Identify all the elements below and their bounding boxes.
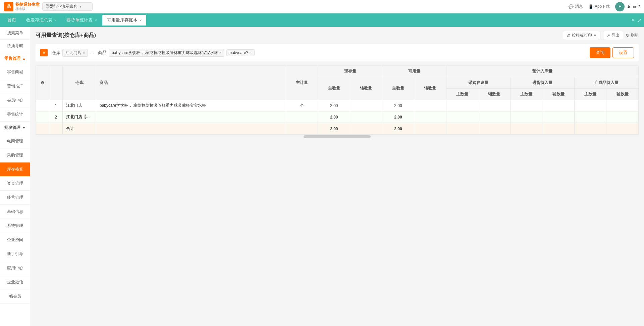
close-icon[interactable]: × xyxy=(140,18,142,22)
expand-window-button[interactable]: ⤢ xyxy=(637,17,641,24)
query-button[interactable]: 查询 xyxy=(590,47,610,58)
sidebar-item-label: 零售管理 xyxy=(4,56,20,61)
sidebar-item-basic-info[interactable]: 基础信息 xyxy=(0,205,30,219)
row1-warehouse: 江北门店 xyxy=(63,100,96,111)
tab-order-stats[interactable]: 要货单统计表 × xyxy=(62,15,101,26)
refresh-label: 刷新 xyxy=(631,33,639,38)
purchase-transit-aux: 辅数量 xyxy=(478,89,511,100)
sidebar-item-retail-stats[interactable]: 零售统计 xyxy=(0,107,30,122)
row1-production-main xyxy=(574,100,606,111)
row2-settings xyxy=(36,111,49,123)
search-menu-label: 搜索菜单 xyxy=(7,31,23,35)
sidebar-item-enterprise-wechat[interactable]: 企业微信 xyxy=(0,275,30,289)
purchase-arrival-header: 进货待入量 xyxy=(510,77,574,89)
message-action[interactable]: 💬 消息 xyxy=(569,4,583,9)
sidebar-item-system[interactable]: 系统管理 xyxy=(0,219,30,233)
row1-purchase-transit-main xyxy=(446,100,478,111)
footer-current-main: 2.00 xyxy=(318,123,350,135)
product-tag1-value: babycare学饮杯 儿童防摔防撞吸管杯重力球吸嘴杯宝宝水杯 xyxy=(112,50,218,56)
template-print-label: 按模板打印 xyxy=(572,33,592,38)
close-icon[interactable]: × xyxy=(54,18,56,22)
chevron-down-icon: ▼ xyxy=(79,5,82,8)
sidebar-item-retail-management[interactable]: 零售管理 ▲ xyxy=(0,52,30,65)
sidebar-item-inventory[interactable]: 库存核算 xyxy=(0,162,30,177)
sidebar-item-label: 资金管理 xyxy=(7,181,23,186)
production-aux: 辅数量 xyxy=(606,89,639,100)
user-profile[interactable]: E demo2 xyxy=(615,2,640,11)
sidebar: 搜索菜单 快捷导航 零售管理 ▲ 零售商城 营销推广 会员中心 零售统计 批发管… xyxy=(0,27,30,326)
sidebar-item-wholesale[interactable]: 批发管理 ▼ xyxy=(0,122,30,134)
sidebar-item-operations[interactable]: 经营管理 xyxy=(0,191,30,205)
sidebar-item-marketing[interactable]: 营销推广 xyxy=(0,79,30,93)
sidebar-item-retail-mall[interactable]: 零售商城 xyxy=(0,65,30,79)
footer-settings xyxy=(36,123,49,135)
remove-warehouse-icon[interactable]: × xyxy=(83,51,85,55)
sidebar-item-label: 企业协同 xyxy=(7,237,23,243)
tab-summary[interactable]: 收发存汇总表 × xyxy=(21,15,61,26)
expand-filter-button[interactable]: » xyxy=(40,49,48,56)
sidebar-item-label: 企业微信 xyxy=(7,279,23,285)
chevron-icon: ▲ xyxy=(22,57,26,60)
app-download-label: App下载 xyxy=(595,4,610,9)
sidebar-item-enterprise-collab[interactable]: 企业协同 xyxy=(0,233,30,247)
product-filter-tag2[interactable]: babycare?··· xyxy=(226,49,255,56)
remove-product1-icon[interactable]: × xyxy=(219,51,221,55)
warehouse-tag-value: 江北门店 xyxy=(65,50,82,56)
export-button[interactable]: ↗ 导出 xyxy=(603,31,623,40)
sidebar-item-label: 库存核算 xyxy=(7,167,23,172)
sidebar-item-ecommerce[interactable]: 电商管理 xyxy=(0,134,30,148)
available-main-header: 主数量 xyxy=(382,77,414,100)
quick-nav-label: 快捷导航 xyxy=(7,43,23,48)
filter-actions: 查询 设置 xyxy=(590,47,634,58)
product-filter-label: 商品 xyxy=(98,50,107,56)
settings-icon[interactable]: ⚙ xyxy=(41,81,44,85)
sidebar-item-member-center[interactable]: 会员中心 xyxy=(0,93,30,107)
close-window-button[interactable]: × xyxy=(631,17,634,24)
production-header: 产成品待入量 xyxy=(574,77,638,89)
sidebar-item-new-guide[interactable]: 新手引导 xyxy=(0,247,30,261)
tab-home-label: 首页 xyxy=(7,17,16,23)
row1-available-main: 2.00 xyxy=(382,100,414,111)
search-menu[interactable]: 搜索菜单 xyxy=(0,27,30,40)
scrollbar-thumb[interactable] xyxy=(304,135,371,138)
nav-tabs: 首页 收发存汇总表 × 要货单统计表 × 可用量库存账本 × × ⤢ xyxy=(0,13,644,27)
footer-p3 xyxy=(510,123,542,135)
purchase-arrival-aux: 辅数量 xyxy=(542,89,575,100)
footer-unit xyxy=(286,123,318,135)
quick-nav[interactable]: 快捷导航 xyxy=(0,40,30,52)
tab-available-stock[interactable]: 可用量库存账本 × xyxy=(102,15,146,26)
sidebar-item-member-app[interactable]: 畅会员 xyxy=(0,289,30,304)
close-icon[interactable]: × xyxy=(95,18,97,22)
template-print-button[interactable]: 🖨 按模板打印 ▼ xyxy=(563,31,600,40)
warehouse-filter-tag[interactable]: 江北门店 × xyxy=(62,49,88,57)
export-icon: ↗ xyxy=(607,33,610,38)
footer-label: 合计 xyxy=(63,123,96,135)
app-download-action[interactable]: 📱 App下载 xyxy=(588,4,610,9)
footer-current-aux xyxy=(350,123,382,135)
settings-button[interactable]: 设置 xyxy=(612,47,634,58)
footer-p2 xyxy=(478,123,511,135)
sidebar-item-label: 采购管理 xyxy=(7,152,23,158)
unit-col-header: 主计量 xyxy=(286,66,318,100)
tab-home[interactable]: 首页 xyxy=(3,15,21,26)
sidebar-item-purchase[interactable]: 采购管理 xyxy=(0,148,30,162)
row1-production-aux xyxy=(606,100,639,111)
chevron-icon: ▼ xyxy=(22,126,26,130)
more-filters-icon[interactable]: ··· xyxy=(90,50,94,55)
sidebar-item-app-center[interactable]: 应用中心 xyxy=(0,261,30,275)
org-selector[interactable]: 母婴行业演示账套 ▼ xyxy=(42,2,93,11)
horizontal-scrollbar[interactable] xyxy=(36,135,639,139)
product-filter-tag1[interactable]: babycare学饮杯 儿童防摔防撞吸管杯重力球吸嘴杯宝宝水杯 × xyxy=(109,49,224,57)
product-filter-group: 商品 babycare学饮杯 儿童防摔防撞吸管杯重力球吸嘴杯宝宝水杯 × bab… xyxy=(98,49,255,57)
sidebar-item-label: 零售商城 xyxy=(7,69,23,75)
refresh-button[interactable]: ↻ 刷新 xyxy=(626,33,639,38)
app-icon: 📱 xyxy=(588,4,593,9)
tab-order-stats-label: 要货单统计表 xyxy=(66,17,93,23)
sidebar-item-label: 经营管理 xyxy=(7,195,23,200)
current-main-header: 主数量 xyxy=(318,77,350,100)
sidebar-item-finance[interactable]: 资金管理 xyxy=(0,177,30,191)
row2-seq: 2 xyxy=(49,111,63,123)
footer-available-aux xyxy=(414,123,446,135)
available-aux-header: 辅数量 xyxy=(414,77,446,100)
filter-section: » 仓库 江北门店 × ··· 商品 babycare学饮杯 儿童防摔防撞吸管杯… xyxy=(36,44,639,61)
